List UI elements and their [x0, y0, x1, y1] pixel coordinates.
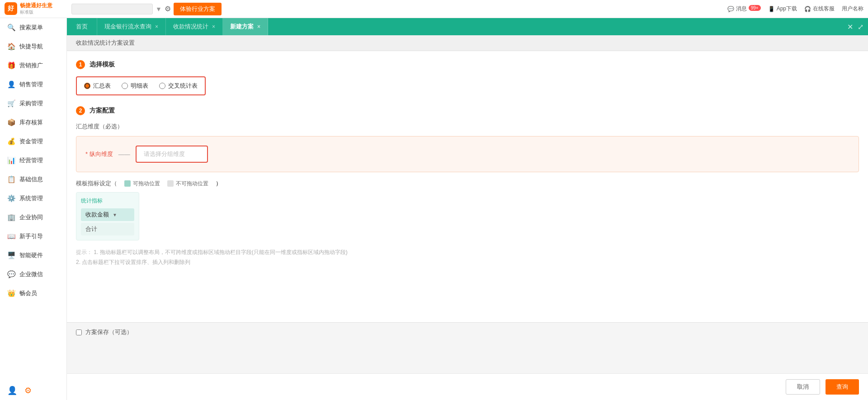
tab-new-plan-close[interactable]: × — [257, 24, 260, 30]
step2-title: 方案配置 — [90, 107, 115, 115]
service-item[interactable]: 🎧 在线客服 — [804, 5, 835, 13]
bottom-icon-2[interactable]: ⚙ — [24, 386, 32, 395]
cart-icon: 🛒 — [7, 99, 16, 108]
dropdown-icon[interactable]: ▼ — [156, 5, 162, 13]
logo-sub: 标准版 — [20, 9, 52, 15]
dim-arrow: —— — [118, 151, 130, 158]
sidebar: 🔍 搜索菜单 🏠 快捷导航 🎁 营销推广 👤 销售管理 🛒 采购管理 📦 库存核… — [0, 18, 67, 400]
header-search-input[interactable] — [71, 4, 153, 14]
sidebar-label-guide: 新手引导 — [19, 232, 43, 240]
gear-icon[interactable]: ⚙ — [165, 5, 171, 13]
form-area: 1 选择模板 汇总表 明细表 — [67, 51, 868, 322]
download-item[interactable]: 📱 App下载 — [768, 5, 797, 13]
metric-sub-total: 合计 — [81, 223, 134, 235]
sidebar-item-inventory[interactable]: 📦 库存核算 — [0, 113, 66, 132]
tab-bar: 首页 现金银行流水查询 × 收款情况统计 × 新建方案 × ✕ ⤢ — [67, 18, 868, 35]
sidebar-label-marketing: 营销推广 — [19, 61, 43, 70]
radio-summary[interactable] — [84, 83, 90, 89]
sidebar-label-finance: 资金管理 — [19, 137, 43, 146]
option-detail[interactable]: 明细表 — [122, 82, 148, 90]
sidebar-label-sales: 销售管理 — [19, 80, 43, 89]
sidebar-label-system: 系统管理 — [19, 194, 43, 202]
sidebar-item-corp[interactable]: 🏢 企业协同 — [0, 208, 66, 227]
tab-home[interactable]: 首页 — [67, 18, 97, 35]
vertical-dim-label: * 纵向维度 — [85, 150, 113, 158]
tab-receipt-close[interactable]: × — [212, 24, 215, 30]
sidebar-label-hardware: 智能硬件 — [19, 251, 43, 259]
save-checkbox[interactable] — [76, 329, 82, 335]
sidebar-label-wechat: 企业微信 — [19, 270, 43, 278]
phone-icon: 📱 — [768, 6, 775, 12]
sidebar-label-nav: 快捷导航 — [19, 42, 43, 51]
sidebar-item-base[interactable]: 📋 基础信息 — [0, 170, 66, 189]
non-draggable-label: 不可拖动位置 — [176, 180, 208, 188]
content-area: 首页 现金银行流水查询 × 收款情况统计 × 新建方案 × ✕ ⤢ 收款情况统计… — [67, 18, 868, 400]
tab-bank[interactable]: 现金银行流水查询 × — [97, 18, 166, 35]
sidebar-item-marketing[interactable]: 🎁 营销推广 — [0, 56, 66, 75]
maximize-icon[interactable]: ⤢ — [858, 23, 863, 31]
draggable-dot — [124, 180, 131, 187]
metrics-header: 模板指标设定（ 可拖动位置 不可拖动位置 ） — [76, 179, 859, 188]
tip2-text: 2. 点击标题栏下拉可设置排序、插入列和删除列 — [76, 259, 190, 265]
logo-icon: 好 — [5, 2, 17, 15]
sidebar-item-member[interactable]: 👑 畅会员 — [0, 284, 66, 303]
legend-draggable: 可拖动位置 — [124, 180, 160, 188]
tab-receipt[interactable]: 收款情况统计 × — [166, 18, 223, 35]
file-icon: 📋 — [7, 175, 16, 184]
money-icon: 💰 — [7, 137, 16, 146]
footer-actions: 取消 查询 — [67, 373, 868, 400]
building-icon: 🏢 — [7, 213, 16, 221]
sidebar-item-purchase[interactable]: 🛒 采购管理 — [0, 94, 66, 113]
option-cross[interactable]: 交叉统计表 — [159, 82, 198, 90]
step2-section: 2 方案配置 汇总维度（必选） * 纵向维度 —— 请选择分组维度 — [76, 106, 859, 267]
option-summary-label: 汇总表 — [93, 82, 111, 90]
metrics-group-title: 统计指标 — [81, 197, 134, 205]
metrics-section: 模板指标设定（ 可拖动位置 不可拖动位置 ） — [76, 179, 859, 240]
header-search: ▼ ⚙ 体验行业方案 — [71, 3, 727, 15]
sidebar-item-search[interactable]: 🔍 搜索菜单 — [0, 18, 66, 37]
step2-num: 2 — [76, 106, 85, 115]
trial-button[interactable]: 体验行业方案 — [174, 3, 222, 15]
sidebar-item-finance[interactable]: 💰 资金管理 — [0, 132, 66, 151]
tips-title: 提示： — [76, 249, 92, 255]
sidebar-item-operation[interactable]: 📊 经营管理 — [0, 151, 66, 170]
sidebar-item-wechat[interactable]: 💬 企业微信 — [0, 265, 66, 284]
tab-new-plan[interactable]: 新建方案 × — [223, 18, 268, 35]
sidebar-item-hardware[interactable]: 🖥️ 智能硬件 — [0, 246, 66, 265]
non-draggable-dot — [167, 180, 174, 187]
wechat-icon: 💬 — [7, 270, 16, 278]
chevron-down-icon: ▼ — [113, 212, 117, 217]
metric-tag-amount[interactable]: 收款金额 ▼ — [81, 208, 134, 221]
query-button[interactable]: 查询 — [826, 379, 859, 395]
dimension-area: * 纵向维度 —— 请选择分组维度 — [76, 136, 859, 172]
tab-bank-close[interactable]: × — [155, 24, 158, 30]
sidebar-label-inventory: 库存核算 — [19, 118, 43, 127]
legend-non-draggable: 不可拖动位置 — [167, 180, 208, 188]
sidebar-item-guide[interactable]: 📖 新手引导 — [0, 227, 66, 246]
option-summary[interactable]: 汇总表 — [84, 82, 111, 90]
option-cross-label: 交叉统计表 — [168, 82, 198, 90]
metrics-title: 模板指标设定（ — [76, 179, 117, 188]
option-detail-label: 明细表 — [131, 82, 148, 90]
header-actions: 💬 消息 99+ 📱 App下载 🎧 在线客服 用户名称 — [727, 5, 863, 13]
bottom-icon-1[interactable]: 👤 — [7, 386, 17, 395]
cancel-button[interactable]: 取消 — [786, 379, 820, 395]
settings-icon: ⚙️ — [7, 194, 16, 202]
group-dim-selector[interactable]: 请选择分组维度 — [136, 146, 208, 163]
sidebar-label-corp: 企业协同 — [19, 213, 43, 221]
radio-cross[interactable] — [159, 83, 165, 89]
sidebar-item-sales[interactable]: 👤 销售管理 — [0, 75, 66, 94]
radio-detail[interactable] — [122, 83, 128, 89]
save-label: 方案保存（可选） — [85, 328, 132, 336]
sidebar-item-nav[interactable]: 🏠 快捷导航 — [0, 37, 66, 56]
step1-header: 1 选择模板 — [76, 60, 859, 69]
metric-tag-amount-label: 收款金额 — [85, 211, 109, 219]
sidebar-item-system[interactable]: ⚙️ 系统管理 — [0, 189, 66, 208]
gift-icon: 🎁 — [7, 61, 16, 70]
user-info[interactable]: 用户名称 — [842, 5, 863, 13]
close-window-icon[interactable]: ✕ — [847, 23, 853, 31]
message-item[interactable]: 💬 消息 99+ — [727, 5, 761, 13]
message-badge: 99+ — [749, 5, 761, 11]
draggable-label: 可拖动位置 — [133, 180, 160, 188]
user-icon: 👤 — [7, 80, 16, 89]
